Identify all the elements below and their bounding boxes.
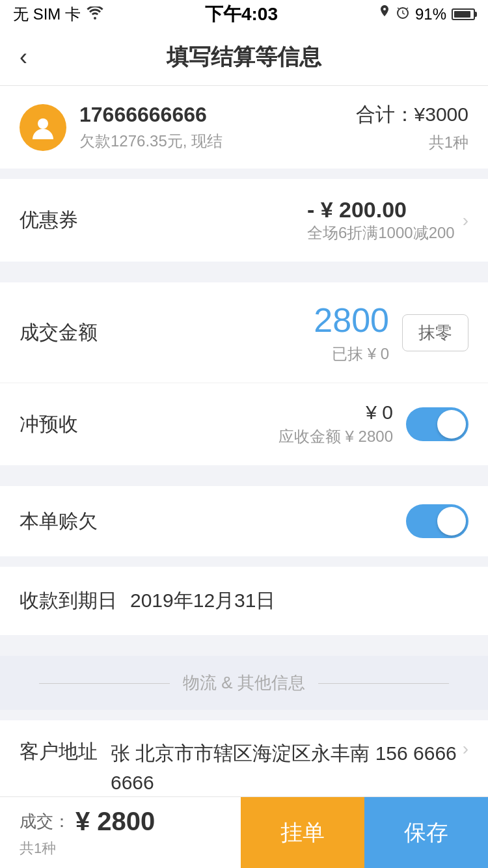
customer-phone: 17666666666 <box>79 103 223 127</box>
credit-section: 本单赊欠 <box>0 486 488 556</box>
location-icon <box>379 5 390 23</box>
coupon-label: 优惠券 <box>20 207 78 234</box>
bottom-bar: 成交： ¥ 2800 共1种 挂单 保存 <box>0 796 488 868</box>
bottom-summary: 成交： ¥ 2800 共1种 <box>0 807 241 858</box>
zeroed-info: 已抹 ¥ 0 <box>314 344 389 364</box>
no-sim-label: 无 SIM 卡 <box>13 4 81 25</box>
advance-right: ¥ 0 应收金额 ¥ 2800 <box>278 401 468 447</box>
coupon-discount: - ¥ 200.00 <box>307 197 455 223</box>
due-date-label: 收款到期日 <box>20 588 117 614</box>
customer-card: 17666666666 欠款1276.35元, 现结 合计：¥3000 共1种 <box>0 86 488 169</box>
battery-icon <box>452 8 475 20</box>
coupon-row[interactable]: 优惠券 - ¥ 200.00 全场6折满1000减200 › <box>0 179 488 262</box>
status-bar: 无 SIM 卡 下午4:03 91% <box>0 0 488 29</box>
status-right: 91% <box>379 5 475 23</box>
page-title: 填写结算等信息 <box>167 42 321 72</box>
hang-order-button[interactable]: 挂单 <box>241 797 364 869</box>
bottom-trans-amount: ¥ 2800 <box>75 807 155 836</box>
save-button[interactable]: 保存 <box>364 797 488 869</box>
wifi-icon <box>86 5 104 23</box>
customer-left: 17666666666 欠款1276.35元, 现结 <box>20 103 223 152</box>
avatar <box>20 104 66 151</box>
advance-toggle[interactable] <box>406 407 468 441</box>
nav-bar: ‹ 填写结算等信息 <box>0 29 488 86</box>
transaction-amount-value: 2800 <box>314 301 389 340</box>
total-count: 共1种 <box>356 132 468 153</box>
advance-sub-text: 应收金额 ¥ 2800 <box>278 426 393 447</box>
transaction-right: 2800 已抹 ¥ 0 抹零 <box>314 301 468 364</box>
due-date-row: 收款到期日 2019年12月31日 <box>0 567 488 635</box>
customer-debt: 欠款1276.35元, 现结 <box>79 131 223 152</box>
address-chevron-icon: › <box>463 739 468 759</box>
customer-right: 合计：¥3000 共1种 <box>356 102 468 153</box>
advance-label: 冲预收 <box>20 411 78 438</box>
credit-toggle[interactable] <box>406 504 468 538</box>
divider-3 <box>0 645 488 656</box>
coupon-right: - ¥ 200.00 全场6折满1000减200 › <box>307 197 468 243</box>
advance-offset-row: 冲预收 ¥ 0 应收金额 ¥ 2800 <box>0 383 488 465</box>
transaction-section: 成交金额 2800 已抹 ¥ 0 抹零 冲预收 ¥ 0 应收金额 ¥ 2800 <box>0 282 488 465</box>
customer-info: 17666666666 欠款1276.35元, 现结 <box>79 103 223 152</box>
total-amount: 合计：¥3000 <box>356 102 468 128</box>
advance-amount-value: ¥ 0 <box>278 401 393 424</box>
alarm-icon <box>396 5 410 23</box>
amount-block: 2800 已抹 ¥ 0 <box>314 301 389 364</box>
address-label: 客户地址 <box>20 739 98 765</box>
status-left: 无 SIM 卡 <box>13 4 104 25</box>
status-time: 下午4:03 <box>205 2 278 27</box>
back-button[interactable]: ‹ <box>20 44 59 71</box>
credit-label: 本单赊欠 <box>20 508 98 535</box>
credit-row: 本单赊欠 <box>0 486 488 556</box>
due-date-value: 2019年12月31日 <box>130 588 275 614</box>
battery-percent: 91% <box>415 5 446 23</box>
logistics-label: 物流 & 其他信息 <box>170 673 318 692</box>
svg-point-1 <box>38 118 48 129</box>
coupon-description: 全场6折满1000减200 <box>307 223 455 243</box>
toggle-knob <box>437 410 466 439</box>
round-zero-button[interactable]: 抹零 <box>402 314 468 351</box>
coupon-chevron-icon: › <box>463 210 468 231</box>
advance-amount-block: ¥ 0 应收金额 ¥ 2800 <box>278 401 393 447</box>
logistics-divider: 物流 & 其他信息 <box>0 656 488 710</box>
bottom-transaction: 成交： ¥ 2800 <box>20 807 241 836</box>
transaction-label: 成交金额 <box>20 319 98 346</box>
divider-2 <box>0 476 488 486</box>
credit-toggle-knob <box>437 507 466 536</box>
bottom-count: 共1种 <box>20 839 241 858</box>
transaction-amount-row: 成交金额 2800 已抹 ¥ 0 抹零 <box>0 282 488 383</box>
address-content: 张 北京市市辖区海淀区永丰南 156 6666 6666 <box>111 739 463 797</box>
main-content: 17666666666 欠款1276.35元, 现结 合计：¥3000 共1种 … <box>0 86 488 868</box>
divider-1 <box>0 272 488 282</box>
bottom-trans-label: 成交： <box>20 810 70 833</box>
